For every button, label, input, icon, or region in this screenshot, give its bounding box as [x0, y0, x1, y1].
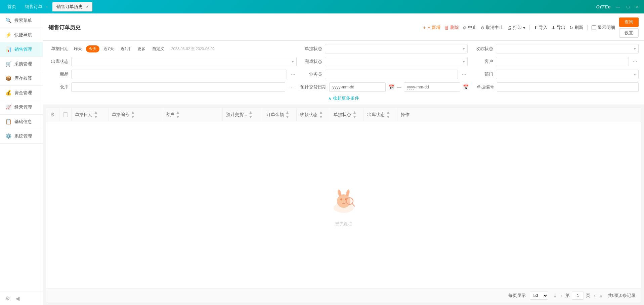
order-no-input[interactable]	[497, 82, 639, 92]
th-warehouse-status[interactable]: 出库状态 ▲▼	[364, 108, 397, 121]
filter-row-2: 出库状态 完成状态 客户	[48, 57, 639, 66]
product-input[interactable]	[71, 70, 287, 79]
display-detail-toggle[interactable]: 显示明细	[592, 25, 615, 31]
warehouse-input[interactable]	[71, 82, 285, 92]
first-page-btn[interactable]: «	[552, 292, 557, 299]
order-status-select-wrapper	[325, 44, 468, 53]
select-all-checkbox[interactable]	[63, 112, 68, 117]
window-close-btn[interactable]: ×	[634, 4, 641, 9]
salesperson-select-btn[interactable]: ···	[461, 71, 468, 77]
th-payment-status[interactable]: 收款状态 ▲▼	[297, 108, 330, 121]
th-operation: 操作	[397, 108, 641, 121]
filter-order-status: 单据状态	[302, 44, 468, 53]
date-chip-yesterday[interactable]: 昨天	[71, 45, 85, 52]
complete-status-select-wrapper	[325, 57, 468, 66]
query-btn[interactable]: 查询	[619, 17, 639, 27]
tab-sales-order-history[interactable]: 销售订单历史 ×	[52, 2, 92, 11]
page-suffix: 页	[586, 293, 590, 299]
sidebar-item-purchase-mgmt[interactable]: 🛒 采购管理	[0, 57, 43, 71]
page-size-select[interactable]: 10 20 50 100	[530, 292, 548, 300]
sidebar-item-quick-nav[interactable]: ⚡ 快捷导航	[0, 28, 43, 42]
salesperson-label: 业务员	[302, 71, 322, 77]
delivery-date-from[interactable]	[329, 82, 386, 92]
new-btn[interactable]: ＋ + 新增	[422, 25, 440, 31]
complete-status-select[interactable]	[325, 57, 468, 66]
cancel-stop-btn[interactable]: ⊙ 取消中止	[481, 25, 503, 31]
delete-btn[interactable]: 🗑 删除	[444, 25, 459, 31]
empty-state: 暂无数据	[46, 121, 641, 289]
refresh-btn[interactable]: ↻ 刷新	[569, 25, 583, 31]
date-chip-today[interactable]: 今天	[86, 45, 99, 52]
th-amount[interactable]: 订单金额 ▲▼	[263, 108, 297, 121]
warehouse-sort-icon[interactable]: ▲▼	[386, 110, 390, 119]
import-btn[interactable]: ⬆ 导入	[534, 25, 548, 31]
date-chip-1month[interactable]: 近1月	[118, 45, 134, 52]
sidebar-item-search-menu[interactable]: 🔍 搜索菜单	[0, 13, 43, 28]
last-page-btn[interactable]: »	[599, 292, 604, 299]
warehouse-select-btn[interactable]: ···	[288, 84, 295, 90]
order-status-select[interactable]	[325, 44, 468, 53]
next-page-btn[interactable]: ›	[592, 292, 596, 299]
stop-btn[interactable]: ⊘ 中止	[463, 25, 477, 31]
th-date[interactable]: 单据日期 ▲▼	[72, 108, 109, 121]
th-order-status[interactable]: 单据状态 ▲▼	[330, 108, 364, 121]
th-order-no[interactable]: 单据编号 ▲▼	[109, 108, 162, 121]
page-number-input[interactable]	[572, 292, 584, 300]
empty-illustration	[327, 183, 360, 217]
customer-input[interactable]	[496, 57, 629, 66]
column-settings-icon[interactable]: ⚙	[50, 112, 55, 118]
sidebar-item-operation-mgmt[interactable]: 📈 经营管理	[0, 100, 43, 115]
cancel-stop-icon: ⊙	[481, 25, 484, 30]
sidebar-item-basic-info[interactable]: 📋 基础信息	[0, 115, 43, 129]
collapse-up-icon: ∧	[328, 96, 332, 101]
delivery-date-to[interactable]	[404, 82, 460, 92]
calendar-from-icon[interactable]: 📅	[388, 84, 394, 90]
export-btn[interactable]: ⬇ 导出	[552, 25, 565, 31]
close-sales-order-tab[interactable]: ×	[46, 5, 48, 9]
date-chip-7days[interactable]: 近7天	[101, 45, 117, 52]
calendar-to-icon[interactable]: 📅	[463, 84, 469, 90]
complete-status-label: 完成状态	[302, 59, 322, 65]
sidebar-settings-icon[interactable]: ⚙	[5, 295, 10, 302]
sidebar-item-system-mgmt[interactable]: ⚙️ 系统管理	[0, 129, 43, 144]
date-control: 昨天 今天 近7天 近1月 更多 自定义 2023-06-02 至 2023-0…	[71, 45, 297, 52]
sidebar-collapse-icon[interactable]: ◀	[15, 295, 19, 302]
status-sort-icon[interactable]: ▲▼	[352, 110, 357, 119]
close-sales-order-history-tab[interactable]: ×	[86, 5, 88, 9]
sidebar-item-finance-mgmt[interactable]: 💰 资金管理	[0, 86, 43, 100]
product-select-btn[interactable]: ···	[290, 71, 297, 77]
collapse-btn[interactable]: ∧ 收起更多条件	[48, 95, 639, 101]
th-customer[interactable]: 客户 ▲▼	[162, 108, 223, 121]
customer-select-btn[interactable]: ···	[632, 59, 639, 65]
maximize-btn[interactable]: □	[625, 4, 632, 9]
display-detail-checkbox[interactable]	[592, 25, 596, 30]
tab-home[interactable]: 首页	[3, 2, 20, 11]
customer-sort-icon[interactable]: ▲▼	[176, 110, 180, 119]
setting-btn[interactable]: 设置	[619, 28, 639, 38]
delivery-sort-icon[interactable]: ▲▼	[249, 110, 253, 119]
amount-sort-icon[interactable]: ▲▼	[285, 110, 290, 119]
sales-icon: 📊	[5, 46, 12, 52]
th-delivery[interactable]: 预计交货... ▲▼	[223, 108, 263, 121]
date-chip-custom[interactable]: 自定义	[149, 45, 167, 52]
print-btn[interactable]: 🖨 打印 ▾	[507, 25, 525, 31]
date-sort-icon[interactable]: ▲▼	[94, 110, 98, 119]
total-text: 共0页,0条记录	[608, 293, 636, 299]
payment-sort-icon[interactable]: ▲▼	[319, 110, 323, 119]
system-icon: ⚙️	[5, 133, 12, 139]
prev-page-btn[interactable]: ‹	[559, 292, 563, 299]
order-sort-icon[interactable]: ▲▼	[131, 110, 135, 119]
refresh-icon: ↻	[569, 25, 573, 30]
filter-warehouse: 仓库 ···	[48, 82, 295, 92]
payment-status-select[interactable]	[496, 44, 639, 53]
salesperson-input[interactable]	[325, 70, 458, 79]
dept-select[interactable]	[496, 70, 639, 79]
warehouse-status-select-wrapper	[71, 57, 297, 66]
print-dropdown-icon[interactable]: ▾	[523, 25, 525, 30]
sidebar-item-sales-mgmt[interactable]: 📊 销售管理	[0, 42, 43, 57]
date-chip-more[interactable]: 更多	[135, 45, 148, 52]
minimize-btn[interactable]: —	[614, 4, 622, 9]
tab-sales-order[interactable]: 销售订单 ×	[21, 2, 52, 11]
sidebar-item-inventory-mgmt[interactable]: 📦 库存核算	[0, 71, 43, 86]
warehouse-status-select[interactable]	[71, 57, 297, 66]
